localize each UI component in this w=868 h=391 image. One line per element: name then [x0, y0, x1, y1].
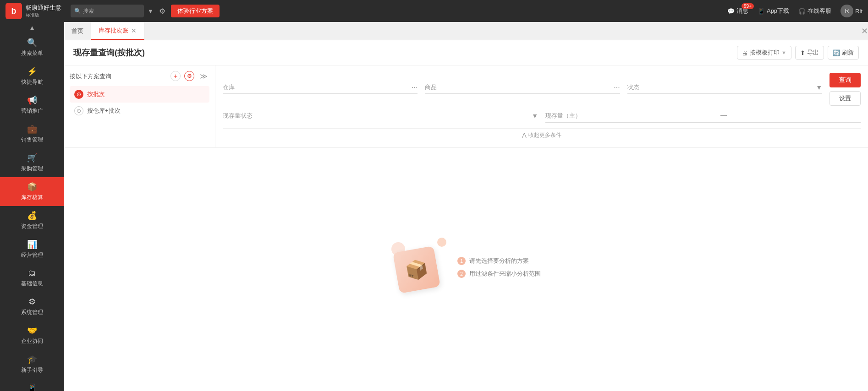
export-btn[interactable]: ⬆ 导出 [795, 46, 824, 60]
sidebar-scroll-up[interactable]: ▲ [0, 22, 64, 33]
filter-option-by-batch[interactable]: ⊙ 按批次 [70, 86, 209, 103]
empty-icon: 📦 [403, 257, 429, 282]
stock-status-select-wrap[interactable]: 现存量状态 ▼ [223, 112, 538, 122]
purchase-icon: 🛒 [27, 153, 37, 163]
filter-panel: 按以下方案查询 + ⚙ ≫ ⊙ 按批次 [64, 65, 868, 148]
product-more-icon[interactable]: ··· [614, 83, 620, 92]
warehouse-input[interactable] [240, 84, 410, 91]
hint-text-1: 请先选择要分析的方案 [469, 257, 529, 265]
status-select[interactable] [643, 84, 816, 91]
sidebar-item-marketing[interactable]: 📢 营销推广 [0, 91, 64, 119]
batch-option-label: 按批次 [87, 90, 105, 98]
product-input[interactable] [442, 84, 612, 91]
tab-inventory-batch-label: 库存批次账 [99, 27, 128, 35]
filter-settings-btn[interactable]: 设置 [830, 91, 861, 106]
batch-option-icon: ⊙ [74, 90, 83, 99]
filter-left: 按以下方案查询 + ⚙ ≫ ⊙ 按批次 [64, 65, 215, 147]
topbar-chevron-icon[interactable]: ▼ [148, 8, 154, 15]
sidebar-item-quick-nav[interactable]: ⚡ 快捷导航 [0, 62, 64, 91]
hint-num-2: 2 [457, 270, 466, 278]
avatar: R [841, 5, 853, 17]
headset-icon: 🎧 [798, 8, 806, 15]
tab-close-icon[interactable]: ✕ [131, 27, 137, 34]
phone-icon: 📱 [758, 8, 765, 15]
app-logo: b [5, 3, 22, 19]
apps-icon: 📱 [27, 383, 37, 391]
content-area: 首页 库存批次账 ✕ ✕ 现存量查询(按批次) 🖨 按模板打印 ▼ ⬆ 导出 [64, 22, 868, 391]
sidebar-items: 🔍 搜索菜单 ⚡ 快捷导航 📢 营销推广 💼 销售管理 🛒 采购管理 📦 [0, 33, 64, 391]
hint-num-1: 1 [457, 257, 466, 265]
business-icon: 📊 [27, 239, 37, 250]
filter-panel-collapse-btn[interactable]: ≫ [198, 71, 209, 81]
app-brand: 畅康通好生意 [26, 4, 61, 12]
filter-row-1: 仓库 ··· 商品 ··· 状态 [223, 71, 861, 106]
filter-option-by-warehouse-batch[interactable]: ⊙ 按仓库+批次 [70, 103, 209, 119]
refresh-btn[interactable]: 🔄 刷新 [828, 46, 859, 60]
trial-btn[interactable]: 体验行业方案 [171, 5, 220, 17]
print-icon: 🖨 [742, 49, 748, 56]
sales-icon: 💼 [27, 124, 37, 134]
user-profile-btn[interactable]: R Rit [841, 5, 863, 17]
filter-left-header-label: 按以下方案查询 [70, 72, 111, 81]
page-title: 现存量查询(按批次) [73, 47, 145, 58]
stock-qty-label: 现存量（主） [545, 112, 581, 120]
warehouse-more-icon[interactable]: ··· [412, 83, 418, 92]
status-field: 状态 ▼ [627, 83, 822, 94]
sidebar-item-newbie[interactable]: 🎓 新手引导 [0, 350, 64, 379]
search-nav-icon: 🔍 [27, 38, 37, 48]
page-header-actions: 🖨 按模板打印 ▼ ⬆ 导出 🔄 刷新 [737, 46, 859, 60]
online-service-btn[interactable]: 🎧 在线客服 [798, 7, 831, 15]
sidebar-item-apps[interactable]: 📱 应用中心 [0, 379, 64, 391]
warehouse-batch-option-label: 按仓库+批次 [87, 107, 121, 115]
add-scheme-btn[interactable]: + [170, 71, 181, 81]
filter-right: 仓库 ··· 商品 ··· 状态 [215, 65, 868, 147]
stock-status-label: 现存量状态 [223, 112, 253, 120]
username-label: Rit [855, 8, 863, 15]
stock-status-field: 现存量状态 ▼ [223, 112, 538, 122]
warehouse-batch-option-icon: ⊙ [74, 106, 83, 115]
messages-btn[interactable]: 💬 消息 99+ [727, 7, 748, 15]
tab-inventory-batch[interactable]: 库存批次账 ✕ [91, 22, 144, 40]
collapse-more-btn[interactable]: ⋀ 收起更多条件 [223, 128, 861, 142]
sidebar-item-business[interactable]: 📊 经营管理 [0, 235, 64, 264]
topbar-search[interactable]: 🔍 搜索 [71, 5, 144, 17]
sidebar-item-inventory[interactable]: 📦 库存核算 [0, 177, 64, 206]
status-select-wrap[interactable]: 状态 ▼ [627, 83, 822, 94]
quick-nav-icon: ⚡ [27, 66, 37, 76]
export-icon: ⬆ [800, 49, 805, 56]
product-field-label: 商品 [425, 83, 437, 92]
topbar-gear-icon[interactable]: ⚙ [159, 7, 165, 16]
main-layout: ▲ 🔍 搜索菜单 ⚡ 快捷导航 📢 营销推广 💼 销售管理 🛒 采购管理 [0, 22, 868, 391]
refresh-icon: 🔄 [833, 49, 840, 56]
collab-icon: 🤝 [27, 326, 37, 336]
filter-actions: 查询 设置 [830, 71, 861, 106]
hint-text-2: 用过滤条件来缩小分析范围 [469, 270, 541, 278]
sidebar-item-sales[interactable]: 💼 销售管理 [0, 119, 64, 148]
sidebar-item-system[interactable]: ⚙ 系统管理 [0, 292, 64, 321]
app-download-btn[interactable]: 📱 App下载 [758, 7, 789, 15]
stock-status-select[interactable] [256, 113, 532, 119]
base-icon: 🗂 [28, 268, 36, 278]
sidebar-item-finance[interactable]: 💰 资金管理 [0, 206, 64, 235]
query-btn[interactable]: 查询 [830, 73, 861, 87]
newbie-icon: 🎓 [27, 354, 37, 364]
tab-home[interactable]: 首页 [64, 22, 91, 40]
app-version: 标准版 [26, 12, 54, 18]
stock-qty-from[interactable] [587, 113, 719, 119]
empty-icon-box: 📦 [393, 245, 440, 293]
product-field: 商品 ··· [425, 83, 620, 94]
status-chevron-icon: ▼ [816, 84, 822, 91]
panel-close-btn[interactable]: ✕ [861, 26, 868, 36]
stock-qty-to[interactable] [729, 113, 861, 119]
scheme-settings-btn[interactable]: ⚙ [184, 71, 194, 81]
print-btn[interactable]: 🖨 按模板打印 ▼ [737, 46, 791, 60]
sidebar-item-collab[interactable]: 🤝 企业协同 [0, 321, 64, 350]
sidebar-item-search[interactable]: 🔍 搜索菜单 [0, 33, 64, 62]
empty-state: 📦 1 请先选择要分析的方案 2 用过滤条件来缩小分析范围 [64, 148, 868, 391]
scheme-settings-icon: ⚙ [187, 73, 192, 79]
sidebar-item-purchase[interactable]: 🛒 采购管理 [0, 148, 64, 177]
system-icon: ⚙ [28, 297, 36, 307]
sidebar-item-base[interactable]: 🗂 基础信息 [0, 264, 64, 292]
stock-status-chevron-icon: ▼ [532, 112, 538, 119]
messages-badge: 99+ [742, 3, 754, 9]
